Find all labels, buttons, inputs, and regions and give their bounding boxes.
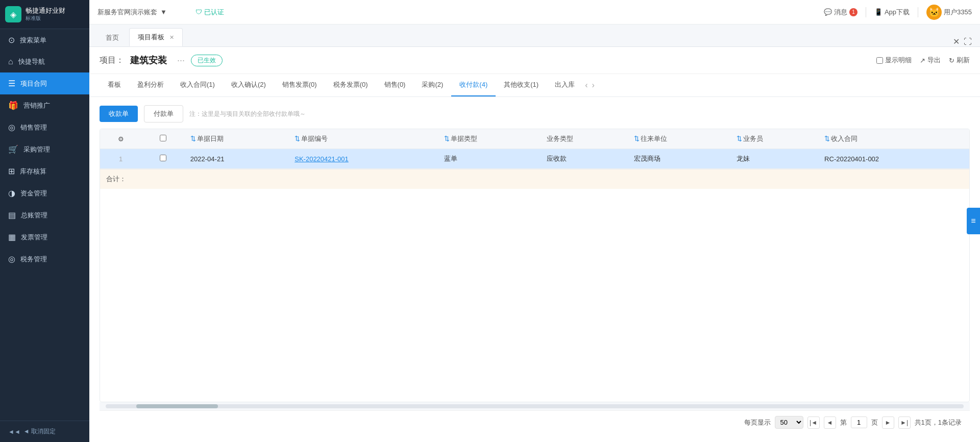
sub-nav-prev[interactable]: ‹ [583,81,590,90]
sidebar-item-marketing[interactable]: 🎁 营销推广 [0,94,89,116]
app-download-button[interactable]: 📱 App下载 [874,8,910,17]
page-input[interactable] [851,416,867,428]
row-income-contract: RC-20220401-002 [818,149,969,169]
refresh-button[interactable]: ↻ 刷新 [949,56,970,65]
col-checkbox [141,129,184,149]
sub-nav-other[interactable]: 其他收支(1) [496,74,547,96]
refresh-icon: ↻ [949,57,954,64]
total-info: 共1页，1条记录 [915,418,962,427]
per-page-select[interactable]: 50 100 200 [775,416,803,429]
sidebar-item-search[interactable]: ⊙ 搜索菜单 [0,29,89,51]
select-all-checkbox[interactable] [160,135,166,141]
right-tool[interactable]: ≡ [967,208,980,234]
col-partner[interactable]: ⇅往来单位 [628,129,730,149]
window-expand-btn[interactable]: ⛶ [964,37,972,46]
col-type[interactable]: ⇅单据类型 [438,129,541,149]
last-page-btn[interactable]: ►| [898,416,911,429]
prev-page-btn[interactable]: ◄ [824,416,836,429]
payment-btn[interactable]: 付款单 [144,105,183,122]
sub-nav-payment[interactable]: 收付款(4) [451,74,496,96]
project-status-badge: 已生效 [191,55,223,66]
next-page-btn[interactable]: ► [882,416,894,429]
sidebar: ◈ 畅捷通好业财 标准版 ⊙ 搜索菜单 ⌂ 快捷导航 ☰ 项目合同 🎁 营销推广… [0,0,89,442]
purchase-icon: 🛒 [8,144,18,154]
sub-nav-purchase[interactable]: 采购(2) [413,74,451,96]
tax-icon: ◎ [8,254,15,264]
tab-kanban-close[interactable]: ✕ [169,34,174,40]
doc-no-link[interactable]: SK-20220421-001 [295,155,349,163]
payment-note: 注：这里是与项目关联的全部收付款单哦～ [189,110,306,118]
row-num: 1 [100,149,141,169]
row-biz-type: 应收款 [541,149,628,169]
ledger-icon: ▤ [8,210,16,220]
user-menu[interactable]: 🐱 用户3355 [926,5,972,20]
topbar-divider2 [918,7,918,17]
export-icon: ↗ [920,57,925,64]
sub-nav-income-confirm[interactable]: 收入确认(2) [223,74,274,96]
sub-nav-sales[interactable]: 销售(0) [376,74,414,96]
topbar: 新服务官网演示账套 ▼ 🛡 已认证 💬 消息 1 📱 App下载 [89,0,980,24]
sidebar-item-sales[interactable]: ◎ 销售管理 [0,116,89,138]
table-footer: 合计： [100,169,969,189]
sidebar-item-tax[interactable]: ◎ 税务管理 [0,248,89,270]
show-detail-toggle[interactable]: 显示明细 [876,56,912,65]
row-no: SK-20220421-001 [288,149,438,169]
tab-home-label: 首页 [106,34,119,41]
row-type: 蓝单 [438,149,541,169]
search-menu-icon: ⊙ [8,35,15,45]
table-row[interactable]: 1 2022-04-21 SK-20220421-001 蓝单 应收款 宏茂商场… [100,149,969,169]
receipt-btn[interactable]: 收款单 [100,106,138,122]
col-no[interactable]: ⇅单据编号 [288,129,438,149]
col-salesperson[interactable]: ⇅业务员 [730,129,818,149]
window-close-btn[interactable]: ✕ [953,37,960,46]
topbar-left: 新服务官网演示账套 ▼ 🛡 已认证 [97,8,224,17]
sub-nav-next[interactable]: › [590,81,596,90]
col-settings[interactable]: ⚙ [100,129,141,149]
horizontal-scrollbar[interactable] [100,402,970,410]
app-subtitle: 标准版 [26,15,65,22]
sidebar-item-purchase[interactable]: 🛒 采购管理 [0,138,89,160]
right-tool-icon: ≡ [971,216,975,226]
topbar-right: 💬 消息 1 📱 App下载 🐱 用户3355 [824,5,972,20]
sub-nav-sales-invoice[interactable]: 销售发票(0) [274,74,325,96]
payment-table: ⚙ ⇅单据日期 ⇅单据编号 ⇅单据类型 业务类型 ⇅往来单位 ⇅业务员 ⇅收入合… [100,129,969,169]
col-date[interactable]: ⇅单据日期 [184,129,288,149]
inventory-icon: ⊞ [8,166,15,176]
cert-icon: 🛡 [195,8,202,16]
project-more-btn[interactable]: ··· [177,55,185,66]
sub-nav-income-contract[interactable]: 收入合同(1) [172,74,223,96]
sub-nav-tax-invoice[interactable]: 税务发票(0) [325,74,376,96]
sidebar-item-quick[interactable]: ⌂ 快捷导航 [0,51,89,72]
scrollbar-thumb[interactable] [136,404,218,408]
sidebar-item-inventory[interactable]: ⊞ 库存核算 [0,160,89,182]
row-checkbox[interactable] [160,155,166,161]
sidebar-item-invoice[interactable]: ▦ 发票管理 [0,226,89,248]
tab-home[interactable]: 首页 [97,29,127,46]
project-name: 建筑安装 [130,54,167,66]
account-selector[interactable]: 新服务官网演示账套 ▼ [97,8,167,17]
sidebar-item-ledger[interactable]: ▤ 总账管理 [0,204,89,226]
per-page-label: 每页显示 [744,418,771,427]
scrollbar-track[interactable] [106,404,964,408]
row-checkbox-cell [141,149,184,169]
account-name: 新服务官网演示账套 [97,8,157,17]
sidebar-item-finance[interactable]: ◑ 资金管理 [0,182,89,204]
message-badge: 1 [849,8,857,16]
export-button[interactable]: ↗ 导出 [920,56,941,65]
row-salesperson: 龙妹 [730,149,818,169]
sub-nav-inout[interactable]: 出入库 [547,74,583,96]
sub-nav-kanban[interactable]: 看板 [100,74,129,96]
show-detail-checkbox[interactable] [876,57,883,64]
tab-kanban[interactable]: 项目看板 ✕ [129,28,183,46]
project-icon: ☰ [8,79,15,88]
sidebar-item-project[interactable]: ☰ 项目合同 [0,72,89,94]
first-page-btn[interactable]: |◄ [807,416,820,429]
sub-nav-profit[interactable]: 盈利分析 [129,74,172,96]
col-income-contract[interactable]: ⇅收入合同 [818,129,969,149]
app-logo: ◈ [5,6,21,22]
project-label: 项目： [100,55,124,66]
marketing-icon: 🎁 [8,101,18,110]
payment-content: 收款单 付款单 注：这里是与项目关联的全部收付款单哦～ ⚙ ⇅单据日期 ⇅单据编… [89,97,980,442]
message-button[interactable]: 💬 消息 1 [824,8,857,17]
sidebar-unpin[interactable]: ◄◄ ◄ 取消固定 [0,421,89,442]
